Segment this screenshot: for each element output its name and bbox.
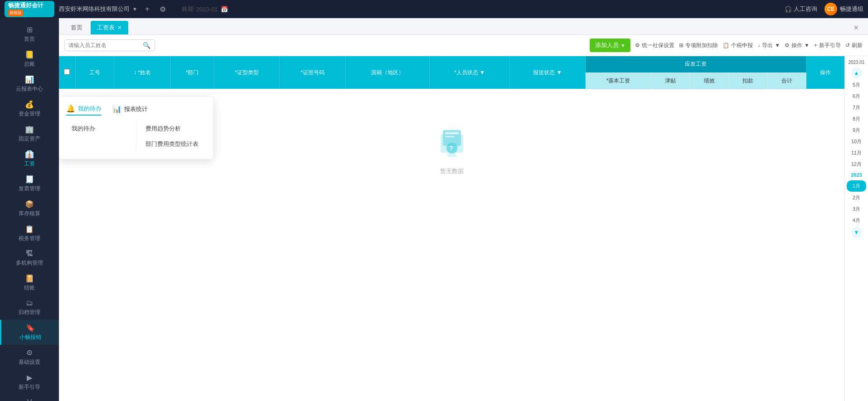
inventory-icon: 📦 — [25, 200, 34, 208]
sidebar-item-archive[interactable]: 🗂 归档管理 — [0, 295, 59, 320]
vip-icon: V — [27, 398, 32, 401]
month-6[interactable]: 6月 — [845, 91, 868, 102]
search-icon: 🔍 — [143, 42, 150, 49]
reports-tab-label: 报表统计 — [124, 105, 148, 113]
sidebar-item-expense[interactable]: 🔖 小畅报销 — [0, 320, 59, 345]
month-11[interactable]: 11月 — [845, 147, 868, 159]
sidebar-label-inventory: 库存核算 — [19, 210, 40, 217]
sidebar-label-funds: 资金管理 — [19, 110, 40, 118]
checkbox-header[interactable] — [59, 56, 75, 89]
period-display: 账期 2023-01 📅 — [182, 5, 228, 13]
todo-tab-label: 我的待办 — [78, 105, 102, 113]
col-base-salary: *基本工资 — [586, 72, 651, 89]
special-deduction-button[interactable]: ⊞ 专项附加扣除 — [679, 42, 718, 49]
search-input[interactable] — [68, 42, 141, 48]
panel-tabs: 🔔 我的待办 📊 报表统计 — [66, 104, 206, 116]
new-guide-button[interactable]: + 新手引导 — [814, 42, 841, 49]
sidebar-label-invoice: 发票管理 — [19, 185, 40, 193]
chevron-down-icon: ▼ — [132, 6, 137, 12]
tab-payroll[interactable]: 工资表 ✕ — [91, 21, 128, 34]
tab-home[interactable]: 首页 — [64, 21, 89, 34]
todo-item[interactable]: 我的待办 — [66, 121, 132, 136]
sidebar-item-tax[interactable]: 📋 税务管理 — [0, 221, 59, 246]
month-5[interactable]: 5月 — [845, 79, 868, 91]
sidebar-item-assets[interactable]: 🏢 固定资产 — [0, 121, 59, 146]
month-3[interactable]: 3月 — [845, 203, 868, 215]
logo-area[interactable]: 畅捷通好会计 旗舰版 — [5, 1, 54, 17]
sidebar-item-reports[interactable]: 📊 云报表中心 — [0, 72, 59, 97]
tax-declaration-button[interactable]: 📋 个税申报 — [723, 42, 753, 49]
settings-icon[interactable]: ⚙ — [157, 4, 168, 14]
table-wrap: 工号 ↕ *姓名 *部门 *证型类型 *证照号码 国籍（地区） — [59, 56, 844, 401]
operations-icon: ⚙ — [785, 42, 790, 48]
month-nav-up[interactable]: ▲ — [851, 68, 862, 78]
tab-payroll-label: 工资表 — [97, 24, 115, 32]
svg-rect-2 — [445, 132, 459, 134]
social-insurance-button[interactable]: ⚙ 统一社保设置 — [635, 42, 674, 49]
expense-icon: 🔖 — [26, 324, 35, 332]
reports-tab-icon: 📊 — [112, 105, 121, 113]
month-9[interactable]: 9月 — [845, 125, 868, 136]
sidebar-item-inventory[interactable]: 📦 库存核算 — [0, 196, 59, 221]
support-label: 人工咨询 — [794, 5, 817, 13]
reports-icon: 📊 — [25, 75, 34, 84]
user-profile[interactable]: CE 畅捷通组 — [824, 3, 863, 15]
calendar-icon[interactable]: 📅 — [221, 6, 228, 13]
sidebar-item-vip[interactable]: V 畅会员 — [0, 395, 59, 401]
new-guide-icon: + — [814, 42, 817, 48]
month-2[interactable]: 2月 — [845, 192, 868, 203]
dept-expense-item[interactable]: 部门费用类型统计表 — [140, 136, 206, 152]
support-button[interactable]: 🎧 人工咨询 — [785, 5, 817, 13]
tab-home-label: 首页 — [71, 24, 82, 31]
sidebar-item-guide[interactable]: ▶ 新手引导 — [0, 370, 59, 395]
guide-icon: ▶ — [27, 373, 32, 382]
month-7[interactable]: 7月 — [845, 102, 868, 113]
sidebar-label-guide: 新手引导 — [19, 383, 40, 391]
month-10[interactable]: 10月 — [845, 136, 868, 147]
company-selector[interactable]: 西安虾米网络科技有限公司 ▼ — [59, 5, 137, 13]
sidebar-item-multi-org[interactable]: 🏗 多机构管理 — [0, 246, 59, 271]
sidebar-label-tax: 税务管理 — [19, 235, 40, 242]
close-window-icon[interactable]: ✕ — [853, 24, 859, 31]
operations-button[interactable]: ⚙ 操作 ▼ — [785, 42, 810, 49]
sidebar-item-close-accounts[interactable]: 📔 结账 — [0, 271, 59, 295]
avatar: CE — [824, 3, 837, 15]
sidebar-item-settings[interactable]: ⚙ 基础设置 — [0, 345, 59, 370]
app-badge: 旗舰版 — [8, 10, 23, 16]
select-all-checkbox[interactable] — [64, 69, 70, 75]
todo-tab-icon: 🔔 — [66, 104, 75, 113]
right-panel: 2023.01 ▲ 5月 6月 7月 8月 9月 10月 11月 12月 202… — [844, 56, 868, 401]
month-1-active[interactable]: 1月 — [847, 180, 866, 192]
sidebar-label-home: 首页 — [24, 35, 35, 43]
panel-content: 我的待办 费用趋势分析 部门费用类型统计表 — [66, 121, 206, 152]
col-emp-id: 工号 — [75, 56, 114, 89]
app-layout: ⊞ 首页 📒 总账 📊 云报表中心 💰 资金管理 🏢 固定资产 👔 工资 🧾 发… — [0, 18, 868, 401]
month-12[interactable]: 12月 — [845, 159, 868, 170]
close-tab-icon[interactable]: ✕ — [117, 24, 122, 31]
panel-tab-todo[interactable]: 🔔 我的待办 — [66, 104, 102, 116]
period-label: 账期 — [182, 5, 194, 13]
header-actions: 🎧 人工咨询 CE 畅捷通组 — [785, 3, 863, 15]
refresh-button[interactable]: ↺ 刷新 — [845, 42, 863, 49]
col-nationality: 国籍（地区） — [345, 56, 429, 89]
add-company-button[interactable]: + — [142, 4, 153, 14]
right-panel-period: 2023.01 — [848, 58, 864, 67]
period-value: 2023-01 — [196, 6, 218, 13]
sidebar-item-home[interactable]: ⊞ 首页 — [0, 22, 59, 47]
expense-trend-label: 费用趋势分析 — [145, 125, 181, 132]
sidebar-item-ledger[interactable]: 📒 总账 — [0, 47, 59, 72]
empty-illustration: ? — [434, 126, 470, 162]
expense-trend-item[interactable]: 费用趋势分析 — [140, 121, 206, 136]
add-person-button[interactable]: 添加人员 ▼ — [590, 39, 630, 52]
sidebar-item-payroll[interactable]: 👔 工资 — [0, 146, 59, 171]
sidebar-item-funds[interactable]: 💰 资金管理 — [0, 97, 59, 121]
sidebar-label-archive: 归档管理 — [19, 309, 40, 316]
export-button[interactable]: ↓ 导出 ▼ — [757, 42, 780, 49]
month-nav-down[interactable]: ▼ — [851, 227, 862, 238]
month-4[interactable]: 4月 — [845, 215, 868, 226]
panel-tab-reports[interactable]: 📊 报表统计 — [112, 104, 148, 116]
month-8[interactable]: 8月 — [845, 113, 868, 125]
sidebar-item-invoice[interactable]: 🧾 发票管理 — [0, 171, 59, 196]
main-content: 首页 工资表 ✕ ✕ 🔍 添加人员 ▼ ⚙ — [59, 18, 868, 401]
sidebar-label-ledger: 总账 — [24, 60, 35, 68]
